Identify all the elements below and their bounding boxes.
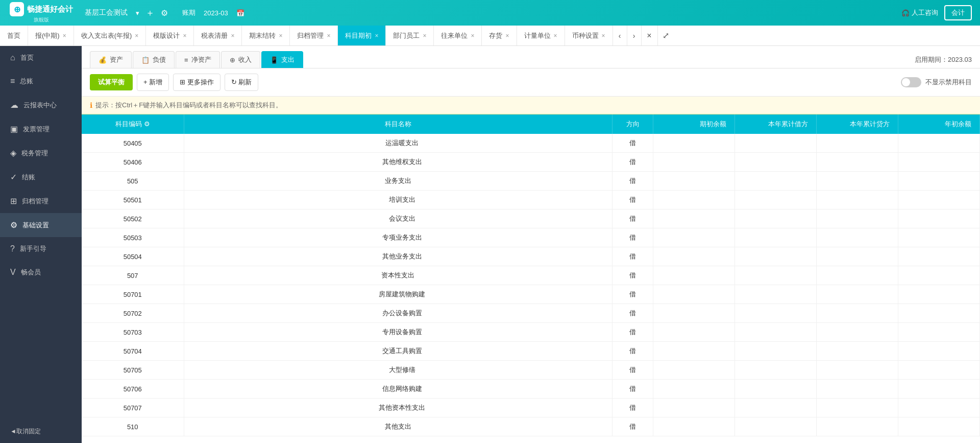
sidebar-collapse-button[interactable]: ◄取消固定	[0, 420, 82, 443]
tab-prev-button[interactable]: ‹	[613, 26, 627, 45]
row-code: 50707	[82, 399, 184, 417]
table-row[interactable]: 50705 大型修缮 借	[82, 361, 980, 380]
tab-period-end[interactable]: 期末结转 ×	[242, 26, 290, 45]
row-year-credit	[817, 417, 898, 436]
sidebar-item-invoice[interactable]: ▣ 发票管理	[0, 117, 82, 141]
tab-next-button[interactable]: ›	[627, 26, 642, 45]
disabled-toggle[interactable]	[901, 77, 921, 87]
tab-close-icon[interactable]: ×	[231, 32, 234, 39]
tab-home[interactable]: 首页	[0, 26, 28, 45]
tab-close-icon[interactable]: ×	[554, 32, 557, 39]
calendar-icon[interactable]: 📅	[236, 9, 244, 17]
tab-close-icon[interactable]: ×	[183, 32, 186, 39]
account-button[interactable]: 会计	[944, 5, 972, 20]
tab-tax-register[interactable]: 税表清册 ×	[194, 26, 242, 45]
row-year-initial	[898, 247, 980, 266]
table-row[interactable]: 50701 房屋建筑物购建 借	[82, 285, 980, 304]
company-dropdown-icon[interactable]: ▾	[136, 9, 139, 17]
sidebar-item-cloud-report[interactable]: ☁ 云报表中心	[0, 93, 82, 117]
sidebar-item-archive[interactable]: ⊞ 归档管理	[0, 189, 82, 213]
sidebar-item-settings[interactable]: ⚙ 基础设置	[0, 213, 82, 237]
tab-expand-button[interactable]: ⤢	[658, 26, 674, 45]
sidebar-item-ledger[interactable]: ≡ 总账	[0, 69, 82, 93]
table-row[interactable]: 50503 专项业务支出 借	[82, 228, 980, 247]
balance-button[interactable]: 试算平衡	[90, 74, 133, 90]
tab-subject-initial[interactable]: 科目期初 ×	[338, 26, 386, 45]
add-company-button[interactable]: ＋	[145, 7, 155, 19]
tab-template-design[interactable]: 模版设计 ×	[146, 26, 194, 45]
table-row[interactable]: 50704 交通工具购置 借	[82, 342, 980, 361]
tab-close-icon[interactable]: ×	[505, 32, 509, 39]
tab-archive[interactable]: 归档管理 ×	[290, 26, 338, 45]
header-direction: 方向	[612, 114, 653, 134]
sidebar-item-home-label: 首页	[20, 53, 34, 62]
row-name: 专用设备购置	[184, 323, 612, 342]
tab-inventory[interactable]: 存货 ×	[482, 26, 517, 45]
table-row[interactable]: 50504 其他业务支出 借	[82, 247, 980, 266]
tab-close-icon[interactable]: ×	[279, 32, 282, 39]
row-year-debit	[735, 228, 817, 247]
tab-close-icon[interactable]: ×	[375, 32, 378, 39]
settings-icon[interactable]: ⚙	[161, 8, 168, 18]
tab-tax-register-label: 税表清册	[201, 31, 228, 40]
sidebar-item-home[interactable]: ⌂ 首页	[0, 46, 82, 69]
tab-close-icon[interactable]: ×	[135, 32, 138, 39]
row-year-debit	[735, 285, 817, 304]
row-year-initial	[898, 380, 980, 399]
table-row[interactable]: 510 其他支出 借	[82, 417, 980, 436]
table-row[interactable]: 50405 运温暖支出 借	[82, 134, 980, 153]
sidebar-item-membership[interactable]: V 畅会员	[0, 261, 82, 284]
tab-report-mid[interactable]: 报(中期) ×	[28, 26, 74, 45]
table-row[interactable]: 50703 专用设备购置 借	[82, 323, 980, 342]
refresh-button[interactable]: ↻ 刷新	[225, 74, 259, 91]
table-row[interactable]: 50406 其他维权支出 借	[82, 153, 980, 172]
row-direction: 借	[612, 134, 653, 153]
tab-counterparty-label: 往来单位	[441, 31, 468, 40]
sub-tab-asset[interactable]: 💰 资产	[90, 51, 132, 68]
tab-counterparty[interactable]: 往来单位 ×	[434, 26, 482, 45]
tab-close-icon[interactable]: ×	[602, 32, 605, 39]
row-year-credit	[817, 399, 898, 417]
tab-close-icon[interactable]: ×	[423, 32, 426, 39]
toolbar: 试算平衡 + 新增 ⊞ 更多操作 ↻ 刷新 不显示禁用科目	[82, 68, 980, 97]
tab-unit-label: 计量单位	[524, 31, 551, 40]
row-direction: 借	[612, 228, 653, 247]
sidebar-item-guide[interactable]: ? 新手引导	[0, 237, 82, 261]
row-name: 大型修缮	[184, 361, 612, 380]
row-code: 50706	[82, 380, 184, 399]
tab-unit[interactable]: 计量单位 ×	[517, 26, 565, 45]
tab-currency[interactable]: 币种设置 ×	[565, 26, 613, 45]
add-button[interactable]: + 新增	[137, 74, 169, 91]
row-code: 510	[82, 417, 184, 436]
table-row[interactable]: 50501 培训支出 借	[82, 191, 980, 209]
table-row[interactable]: 50707 其他资本性支出 借	[82, 399, 980, 417]
tab-dept-staff-label: 部门员工	[393, 31, 420, 40]
sub-tab-liability[interactable]: 📋 负债	[133, 51, 175, 68]
sub-tab-asset-label: 资产	[110, 55, 123, 64]
tab-income-annual[interactable]: 收入支出表(年报) ×	[74, 26, 146, 45]
sidebar-item-tax[interactable]: ◈ 税务管理	[0, 141, 82, 165]
table-row[interactable]: 505 业务支出 借	[82, 172, 980, 191]
sub-tab-income[interactable]: ⊕ 收入	[221, 51, 260, 68]
table-row[interactable]: 50702 办公设备购置 借	[82, 304, 980, 323]
more-actions-button[interactable]: ⊞ 更多操作	[173, 74, 220, 91]
table-row[interactable]: 507 资本性支出 借	[82, 266, 980, 285]
tab-close-icon[interactable]: ×	[471, 32, 474, 39]
sub-tab-expense[interactable]: 📱 支出	[261, 51, 303, 68]
sidebar-item-close[interactable]: ✓ 结账	[0, 165, 82, 189]
table-row[interactable]: 50502 会议支出 借	[82, 209, 980, 228]
row-initial-balance	[653, 209, 735, 228]
service-button[interactable]: 🎧 人工咨询	[901, 8, 938, 17]
tab-close-icon[interactable]: ×	[327, 32, 330, 39]
row-year-credit	[817, 380, 898, 399]
tab-close-icon[interactable]: ×	[63, 32, 66, 39]
row-year-credit	[817, 285, 898, 304]
sidebar-item-invoice-label: 发票管理	[23, 125, 50, 134]
tab-dept-staff[interactable]: 部门员工 ×	[386, 26, 434, 45]
tab-close-all-button[interactable]: ×	[642, 26, 658, 45]
table-row[interactable]: 50706 信息网络购建 借	[82, 380, 980, 399]
content-area: 💰 资产 📋 负债 ≡ 净资产 ⊕ 收入 📱 支出 启用期间：2023.03	[82, 46, 980, 443]
row-year-credit	[817, 247, 898, 266]
row-year-debit	[735, 134, 817, 153]
sub-tab-equity[interactable]: ≡ 净资产	[176, 51, 220, 68]
